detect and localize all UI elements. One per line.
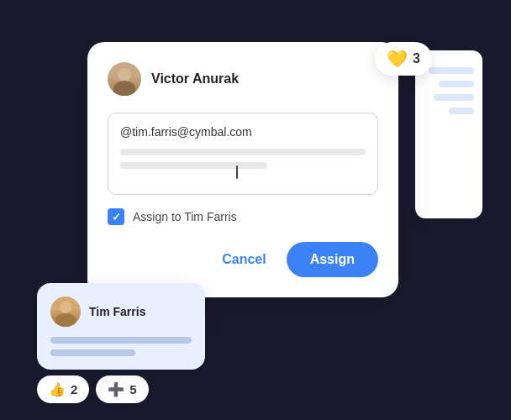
input-line-short — [120, 162, 267, 169]
heart-count: 3 — [413, 51, 420, 66]
bg-line — [429, 67, 474, 74]
profile-line-full — [50, 337, 192, 344]
plus-badge: ➕ 5 — [96, 375, 148, 403]
bg-line — [449, 108, 474, 114]
thumbs-up-icon: 👍 — [49, 381, 66, 397]
bg-line — [434, 94, 474, 101]
assign-button[interactable]: Assign — [287, 242, 378, 277]
heart-icon: 💛 — [387, 49, 408, 69]
checkmark-icon: ✓ — [112, 211, 121, 223]
bottom-badges: 👍 2 ➕ 5 — [37, 375, 149, 403]
main-scene: 💛 3 Victor Anurak @tim.farris@cymbal.com… — [37, 25, 474, 395]
plus-count: 5 — [129, 382, 136, 396]
profile-avatar — [50, 297, 81, 327]
profile-line-short — [50, 349, 135, 356]
main-modal: Victor Anurak @tim.farris@cymbal.com ✓ A… — [87, 42, 398, 297]
profile-avatar-head — [60, 302, 71, 313]
thumbs-up-badge: 👍 2 — [37, 375, 89, 403]
cancel-button[interactable]: Cancel — [212, 245, 276, 274]
bg-line — [439, 81, 474, 87]
avatar — [108, 62, 141, 96]
profile-name: Tim Farris — [89, 305, 145, 318]
avatar-body — [113, 81, 135, 96]
email-input-area[interactable]: @tim.farris@cymbal.com — [108, 113, 378, 195]
profile-avatar-body — [55, 313, 76, 327]
background-card — [415, 50, 482, 218]
user-name: Victor Anurak — [151, 71, 239, 87]
assign-checkbox[interactable]: ✓ — [108, 208, 124, 225]
profile-card: Tim Farris — [37, 283, 205, 370]
plus-icon: ➕ — [108, 381, 124, 397]
heart-badge: 💛 3 — [375, 42, 432, 76]
profile-detail-lines — [50, 337, 192, 356]
thumbs-up-count: 2 — [71, 382, 77, 396]
input-placeholder-lines — [120, 149, 366, 169]
text-cursor — [236, 165, 238, 179]
action-buttons: Cancel Assign — [108, 242, 378, 277]
checkbox-label: Assign to Tim Farris — [133, 210, 237, 223]
avatar-head — [118, 68, 131, 81]
input-line-full — [120, 149, 366, 155]
user-header: Victor Anurak — [108, 62, 378, 96]
email-value: @tim.farris@cymbal.com — [120, 125, 366, 139]
assign-checkbox-row[interactable]: ✓ Assign to Tim Farris — [108, 208, 378, 225]
profile-user-row: Tim Farris — [50, 297, 192, 327]
